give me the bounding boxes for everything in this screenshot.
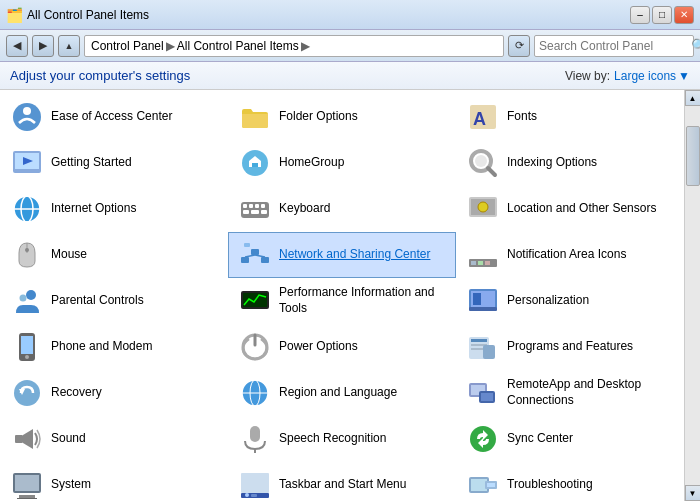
recovery-label: Recovery [51, 385, 102, 401]
close-button[interactable]: ✕ [674, 6, 694, 24]
item-mouse[interactable]: Mouse [0, 232, 228, 278]
scroll-track[interactable] [685, 106, 700, 485]
region-icon [239, 377, 271, 409]
svg-rect-46 [473, 293, 481, 305]
svg-rect-55 [471, 348, 483, 350]
internet-label: Internet Options [51, 201, 136, 217]
fonts-label: Fonts [507, 109, 537, 125]
item-folder-options[interactable]: Folder Options [228, 94, 456, 140]
ease-label: Ease of Access Center [51, 109, 172, 125]
network-label: Network and Sharing Center [279, 247, 430, 263]
sync-icon [467, 423, 499, 455]
svg-point-49 [25, 355, 29, 359]
parental-label: Parental Controls [51, 293, 144, 309]
svg-rect-75 [17, 498, 37, 499]
title-bar-controls: – □ ✕ [630, 6, 694, 24]
taskbar-label: Taskbar and Start Menu [279, 477, 406, 493]
scroll-thumb[interactable] [686, 126, 700, 186]
main-content: Adjust your computer's settings View by:… [0, 62, 700, 501]
svg-rect-53 [471, 339, 487, 342]
programs-label: Programs and Features [507, 339, 633, 355]
item-speech-recognition[interactable]: Speech Recognition [228, 416, 456, 462]
refresh-button[interactable]: ⟳ [508, 35, 530, 57]
homegroup-label: HomeGroup [279, 155, 344, 171]
minimize-button[interactable]: – [630, 6, 650, 24]
item-system[interactable]: System [0, 462, 228, 501]
performance-label: Performance Information and Tools [279, 285, 445, 316]
item-remoteapp[interactable]: RemoteApp and Desktop Connections [456, 370, 684, 416]
item-personalization[interactable]: Personalization [456, 278, 684, 324]
search-box[interactable]: 🔍 [534, 35, 694, 57]
scroll-down-button[interactable]: ▼ [685, 485, 701, 501]
item-recovery[interactable]: Recovery [0, 370, 228, 416]
homegroup-icon [239, 147, 271, 179]
personalization-icon [467, 285, 499, 317]
item-region-language[interactable]: Region and Language [228, 370, 456, 416]
item-internet-options[interactable]: Internet Options [0, 186, 228, 232]
sound-label: Sound [51, 431, 86, 447]
item-ease-of-access[interactable]: Ease of Access Center [0, 94, 228, 140]
phone-icon [11, 331, 43, 363]
svg-rect-76 [241, 473, 269, 493]
item-sync-center[interactable]: Sync Center [456, 416, 684, 462]
notification-area-label: Notification Area Icons [507, 247, 626, 263]
svg-rect-36 [471, 261, 476, 265]
item-performance[interactable]: Performance Information and Tools [228, 278, 456, 324]
item-power-options[interactable]: Power Options [228, 324, 456, 370]
item-taskbar[interactable]: Taskbar and Start Menu [228, 462, 456, 501]
content-panel: Ease of Access Center Folder Options A F… [0, 90, 700, 501]
toolbar: Adjust your computer's settings View by:… [0, 62, 700, 90]
item-homegroup[interactable]: HomeGroup [228, 140, 456, 186]
svg-rect-19 [255, 204, 259, 208]
svg-rect-8 [252, 163, 258, 167]
taskbar-icon [239, 469, 271, 501]
item-phone-modem[interactable]: Phone and Modem [0, 324, 228, 370]
svg-rect-18 [249, 204, 253, 208]
svg-rect-73 [15, 475, 39, 491]
item-notification-icons[interactable]: Notification Area Icons [456, 232, 684, 278]
svg-point-26 [478, 202, 488, 212]
view-by-dropdown[interactable]: Large icons ▼ [614, 69, 690, 83]
item-sound[interactable]: Sound [0, 416, 228, 462]
speech-label: Speech Recognition [279, 431, 386, 447]
back-button[interactable]: ◀ [6, 35, 28, 57]
item-network-sharing[interactable]: Network and Sharing Center [228, 232, 456, 278]
item-keyboard[interactable]: Keyboard [228, 186, 456, 232]
svg-rect-21 [243, 210, 249, 214]
indexing-label: Indexing Options [507, 155, 597, 171]
keyboard-icon [239, 193, 271, 225]
search-input[interactable] [539, 39, 689, 53]
personalization-label: Personalization [507, 293, 589, 309]
item-indexing-options[interactable]: Indexing Options [456, 140, 684, 186]
phone-label: Phone and Modem [51, 339, 152, 355]
indexing-icon [467, 147, 499, 179]
maximize-button[interactable]: □ [652, 6, 672, 24]
system-label: System [51, 477, 91, 493]
speech-icon [239, 423, 271, 455]
title-bar-title: All Control Panel Items [27, 8, 149, 22]
svg-rect-37 [478, 261, 483, 265]
item-getting-started[interactable]: Getting Started [0, 140, 228, 186]
scrollbar[interactable]: ▲ ▼ [684, 90, 700, 501]
item-fonts[interactable]: A Fonts [456, 94, 684, 140]
up-button[interactable]: ▲ [58, 35, 80, 57]
svg-point-78 [245, 493, 249, 497]
view-by-arrow: ▼ [678, 69, 690, 83]
address-path[interactable]: Control Panel ▶ All Control Panel Items … [84, 35, 504, 57]
path-part-2: All Control Panel Items [177, 39, 299, 53]
item-parental-controls[interactable]: Parental Controls [0, 278, 228, 324]
address-bar: ◀ ▶ ▲ Control Panel ▶ All Control Panel … [0, 30, 700, 62]
view-by-label: View by: [565, 69, 610, 83]
svg-point-1 [23, 107, 31, 115]
svg-rect-83 [487, 483, 495, 487]
performance-icon [239, 285, 271, 317]
folder-label: Folder Options [279, 109, 358, 125]
location-label: Location and Other Sensors [507, 201, 656, 217]
troubleshooting-icon [467, 469, 499, 501]
scroll-up-button[interactable]: ▲ [685, 90, 701, 106]
item-location-sensors[interactable]: Location and Other Sensors [456, 186, 684, 232]
item-programs-features[interactable]: Programs and Features [456, 324, 684, 370]
item-troubleshooting[interactable]: Troubleshooting [456, 462, 684, 501]
svg-rect-38 [485, 261, 490, 265]
forward-button[interactable]: ▶ [32, 35, 54, 57]
